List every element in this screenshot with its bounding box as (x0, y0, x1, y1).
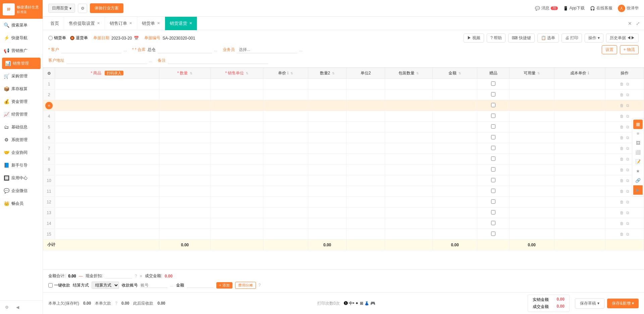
cell-packqty-4[interactable] (385, 111, 432, 122)
logistics-btn[interactable]: + 物流 (620, 45, 639, 54)
delete-row-btn-7[interactable]: 🗑 (620, 146, 624, 151)
cell-packqty-6[interactable] (385, 132, 432, 143)
sidebar-item-inventory[interactable]: 📦库存核算 (0, 82, 43, 95)
cell-price-11[interactable] (263, 186, 308, 197)
cell-gift-3[interactable] (477, 100, 509, 111)
copy-row-btn-1[interactable]: ⧉ (626, 82, 629, 86)
tab-sales_return[interactable]: 销货退货✕ (165, 17, 197, 30)
sidebar-item-sales[interactable]: 📊销售管理 (2, 58, 41, 69)
cell-goods-2[interactable] (55, 89, 159, 100)
cell-packqty-14[interactable] (385, 218, 432, 229)
cell-unit-5[interactable] (210, 122, 263, 132)
sidebar-item-newguide[interactable]: 📘新手引导 (0, 159, 43, 172)
cell-price-1[interactable] (263, 79, 308, 89)
goods-input-11[interactable] (57, 189, 157, 194)
cell-unit2-8[interactable] (346, 154, 385, 165)
cell-avail-7[interactable] (509, 143, 554, 154)
remarks-input[interactable] (168, 57, 268, 64)
float-btn-img2[interactable]: ⬜ (633, 148, 643, 157)
cell-unit-6[interactable] (210, 132, 263, 143)
salesperson-dots[interactable]: ... (299, 48, 303, 52)
cell-price-15[interactable] (263, 229, 308, 240)
copy-row-btn-14[interactable]: ⧉ (626, 221, 629, 226)
cell-price-3[interactable] (263, 100, 308, 111)
amount-input[interactable] (187, 283, 214, 288)
cell-goods-8[interactable] (55, 154, 159, 165)
history-btn[interactable]: 历史单据 ◀▶ (606, 34, 639, 43)
cell-amount-14[interactable] (432, 218, 477, 229)
cell-qty2-14[interactable] (308, 218, 346, 229)
cell-unit2-2[interactable] (346, 89, 385, 100)
cell-gift-13[interactable] (477, 207, 509, 218)
unit-price-info-icon[interactable]: ℹ (287, 71, 289, 75)
tab-sales_delivery[interactable]: 销货单✕ (137, 17, 165, 30)
float-btn-table-view[interactable]: ▦ (633, 120, 643, 129)
cell-price-12[interactable] (263, 197, 308, 207)
sidebar-item-wechat[interactable]: 💬企业微信 (0, 184, 43, 197)
sidebar-item-enterprise[interactable]: 🤝企业协同 (0, 146, 43, 159)
copy-row-btn-7[interactable]: ⧉ (626, 146, 629, 151)
cell-price-7[interactable] (263, 143, 308, 154)
sidebar-item-member[interactable]: 👑畅会员 (0, 197, 43, 210)
cell-avail-11[interactable] (509, 186, 554, 197)
video-btn[interactable]: ▶ 视频 (464, 34, 484, 43)
delete-row-btn-9[interactable]: 🗑 (620, 168, 624, 172)
cell-packqty-8[interactable] (385, 154, 432, 165)
cell-packqty-5[interactable] (385, 122, 432, 132)
cell-gift-10[interactable] (477, 175, 509, 186)
cell-packqty-10[interactable] (385, 175, 432, 186)
cell-unit-4[interactable] (210, 111, 263, 122)
cell-unit-14[interactable] (210, 218, 263, 229)
cell-price-9[interactable] (263, 165, 308, 175)
cell-qty2-3[interactable] (308, 100, 346, 111)
cell-packqty-12[interactable] (385, 197, 432, 207)
cell-avail-2[interactable] (509, 89, 554, 100)
sidebar-item-operations[interactable]: 📈经营管理 (0, 108, 43, 121)
cell-amount-15[interactable] (432, 229, 477, 240)
cell-qty2-13[interactable] (308, 207, 346, 218)
cell-unit2-6[interactable] (346, 132, 385, 143)
cell-avail-12[interactable] (509, 197, 554, 207)
sidebar-item-purchase[interactable]: 🛒采购管理 (0, 70, 43, 82)
goods-input-10[interactable] (57, 178, 157, 183)
price-sort-icon[interactable]: ⇅ (290, 72, 293, 75)
cell-gift-11[interactable] (477, 186, 509, 197)
settings-icon[interactable]: ⚙ (3, 303, 11, 311)
save-draft-btn[interactable]: 保存草稿 ▾ (575, 298, 604, 309)
cell-qty2-12[interactable] (308, 197, 346, 207)
copy-row-btn-8[interactable]: ⧉ (626, 157, 629, 162)
cell-gift-9[interactable] (477, 165, 509, 175)
cell-qty-7[interactable] (159, 143, 211, 154)
save-new-btn[interactable]: 保存&新增 ▾ (607, 299, 639, 308)
cell-qty-2[interactable] (159, 89, 211, 100)
cell-packqty-3[interactable] (385, 100, 432, 111)
add-row-btn[interactable]: + (45, 102, 53, 109)
cell-price-2[interactable] (263, 89, 308, 100)
tab-close-sales_order[interactable]: ✕ (129, 21, 132, 25)
cell-amount-10[interactable] (432, 175, 477, 186)
cell-qty2-4[interactable] (308, 111, 346, 122)
float-btn-list-view[interactable]: ≡ (633, 129, 643, 138)
cell-qty2-5[interactable] (308, 122, 346, 132)
radio-delivery[interactable]: 销货单 (48, 35, 66, 41)
cell-unit2-14[interactable] (346, 218, 385, 229)
tab-home[interactable]: 首页 (46, 17, 64, 30)
cell-qty-3[interactable] (159, 100, 211, 111)
cell-qty2-6[interactable] (308, 132, 346, 143)
cell-unit-2[interactable] (210, 89, 263, 100)
tab-sales_order[interactable]: 销售订单✕ (105, 17, 137, 30)
cell-packqty-9[interactable] (385, 165, 432, 175)
account-dots[interactable]: ... (170, 283, 173, 288)
cell-amount-4[interactable] (432, 111, 477, 122)
warehouse-value[interactable]: 总仓 (148, 47, 156, 53)
cash-discount-input[interactable] (105, 273, 132, 278)
copy-row-btn-12[interactable]: ⧉ (626, 200, 629, 204)
app-download-btn[interactable]: 📱 App下载 (563, 5, 585, 11)
float-btn-note[interactable]: 📝 (633, 157, 643, 167)
delete-row-btn-1[interactable]: 🗑 (620, 82, 624, 86)
cell-packqty-11[interactable] (385, 186, 432, 197)
float-btn-link[interactable]: 🔗 (633, 176, 643, 185)
cell-qty2-10[interactable] (308, 175, 346, 186)
warehouse-dots[interactable]: ... (214, 48, 217, 52)
cell-packqty-15[interactable] (385, 229, 432, 240)
